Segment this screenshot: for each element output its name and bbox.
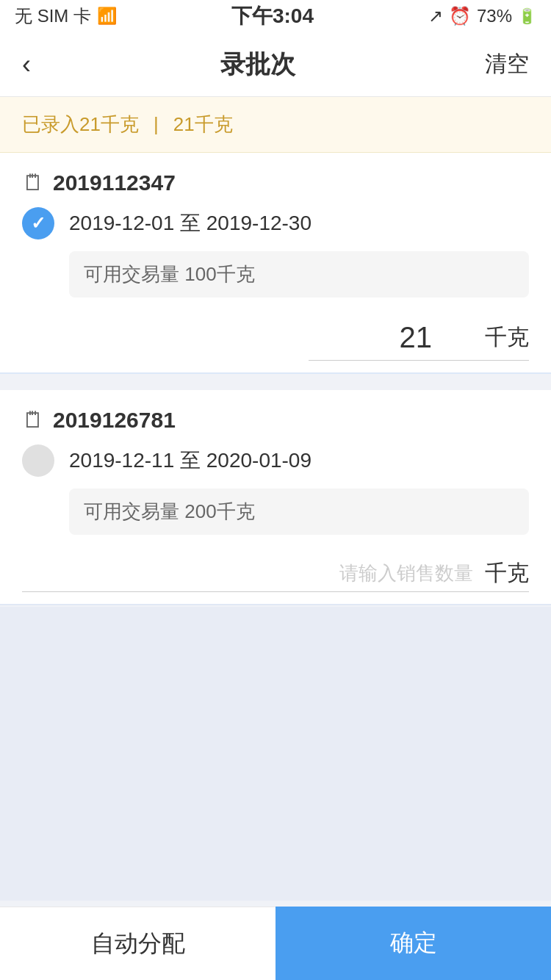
batch1-header: 🗒 2019112347	[0, 153, 551, 201]
time-label: 下午3:04	[231, 2, 314, 30]
batch1-id: 2019112347	[53, 170, 176, 195]
batch2-header: 🗒 2019126781	[0, 390, 551, 439]
status-bar: 无 SIM 卡 📶 下午3:04 ↗ ⏰ 73% 🔋	[0, 0, 551, 32]
batch2-id: 2019126781	[53, 408, 176, 433]
batch2-input-row: 千克	[0, 547, 551, 591]
batch1-card: 🗒 2019112347 ✓ 2019-12-01 至 2019-12-30 可…	[0, 153, 551, 374]
content-area: 🗒 2019112347 ✓ 2019-12-01 至 2019-12-30 可…	[0, 153, 551, 974]
batch1-amount: 21	[400, 321, 433, 354]
batch2-radio[interactable]: ✓	[22, 444, 54, 477]
page-title: 录批次	[220, 48, 295, 82]
batch1-radio[interactable]: ✓	[22, 207, 54, 239]
batch2-unit: 千克	[485, 558, 529, 588]
back-button[interactable]: ‹	[22, 49, 31, 80]
batch1-date: 2019-12-01 至 2019-12-30	[69, 209, 311, 237]
clear-button[interactable]: 清空	[485, 49, 529, 79]
status-left: 无 SIM 卡 📶	[15, 4, 117, 28]
carrier-label: 无 SIM 卡	[15, 4, 91, 28]
batch1-input-line	[309, 360, 529, 361]
location-icon: ↗	[428, 6, 443, 26]
check-icon: ✓	[31, 213, 46, 234]
wifi-icon: 📶	[97, 7, 117, 26]
summary-label: 已录入21千克	[22, 112, 139, 137]
auto-distribute-button[interactable]: 自动分配	[0, 907, 276, 980]
batch2-underline-container	[0, 591, 551, 605]
bottom-bar: 自动分配 确定	[0, 907, 551, 980]
batch2-date-row: ✓ 2019-12-11 至 2020-01-09	[0, 439, 551, 483]
batch2-date: 2019-12-11 至 2020-01-09	[69, 447, 311, 475]
batch1-amount-row: 21 千克	[0, 309, 551, 360]
batch1-icon: 🗒	[22, 170, 44, 195]
status-right: ↗ ⏰ 73% 🔋	[428, 6, 536, 26]
summary-bar: 已录入21千克 | 21千克	[0, 97, 551, 153]
battery-label: 73%	[477, 6, 512, 26]
nav-bar: ‹ 录批次 清空	[0, 32, 551, 97]
alarm-icon: ⏰	[449, 6, 471, 26]
gray-spacer	[0, 607, 551, 901]
batch1-available: 可用交易量 100千克	[69, 251, 529, 298]
batch2-available: 可用交易量 200千克	[69, 489, 529, 535]
summary-value: 21千克	[173, 112, 233, 137]
batch1-date-row: ✓ 2019-12-01 至 2019-12-30	[0, 201, 551, 245]
confirm-button[interactable]: 确定	[276, 907, 551, 980]
batch1-line-container	[0, 360, 551, 374]
batch2-input-line	[22, 591, 529, 592]
batch2-card: 🗒 2019126781 ✓ 2019-12-11 至 2020-01-09 可…	[0, 390, 551, 605]
batch2-quantity-input[interactable]	[253, 562, 473, 585]
battery-icon: 🔋	[518, 7, 536, 25]
card-spacer	[0, 375, 551, 390]
batch2-icon: 🗒	[22, 408, 44, 433]
batch1-unit: 千克	[485, 323, 529, 353]
summary-divider: |	[154, 113, 159, 136]
